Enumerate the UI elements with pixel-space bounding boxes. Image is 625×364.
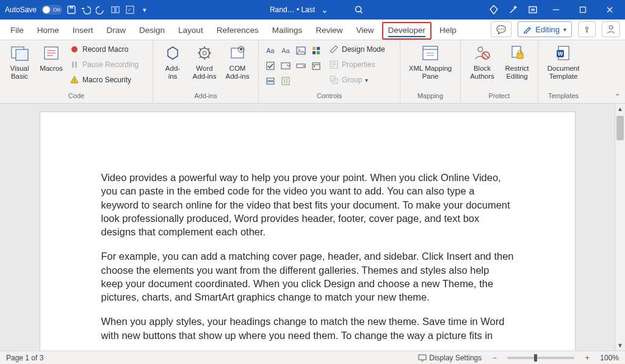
com-addins-button[interactable]: COM Add-ins <box>222 43 253 80</box>
paragraph[interactable]: For example, you can add a matching cove… <box>101 249 514 304</box>
svg-point-24 <box>298 49 300 51</box>
record-icon <box>70 45 79 54</box>
tab-file[interactable]: File <box>5 22 29 40</box>
svg-rect-27 <box>312 51 316 54</box>
tab-mailings[interactable]: Mailings <box>267 22 308 40</box>
autosave-toggle[interactable]: On <box>42 5 62 15</box>
picture-control-icon[interactable] <box>294 44 308 57</box>
zoom-slider[interactable] <box>507 357 574 359</box>
editing-label: Editing <box>535 25 560 34</box>
date-picker-control-icon[interactable] <box>309 59 323 73</box>
minimize-button[interactable] <box>543 0 569 20</box>
design-mode-button[interactable]: Design Mode <box>328 43 395 56</box>
visual-basic-button[interactable]: Visual Basic <box>5 43 34 80</box>
display-settings-button[interactable]: Display Settings <box>418 354 482 362</box>
comments-button[interactable]: 💬 <box>491 21 511 37</box>
svg-point-41 <box>478 47 483 52</box>
paragraph[interactable]: When you apply styles, your headings cha… <box>101 315 514 342</box>
group-label-code: Code <box>5 92 148 103</box>
wand-icon[interactable] <box>504 0 522 20</box>
account-button[interactable] <box>602 21 620 37</box>
tab-layout[interactable]: Layout <box>173 22 209 40</box>
document-area: Video provides a powerful way to help yo… <box>0 104 625 351</box>
diamond-icon[interactable] <box>485 0 503 20</box>
group-label-controls: Controls <box>264 92 395 103</box>
share-button[interactable]: ⇧ <box>578 21 596 37</box>
tab-view[interactable]: View <box>350 22 379 40</box>
block-authors-button[interactable]: Block Authors <box>466 43 499 80</box>
record-macro-button[interactable]: Record Macro <box>68 43 148 56</box>
scroll-down-icon[interactable]: ▼ <box>615 340 625 351</box>
svg-point-5 <box>356 7 361 12</box>
document-template-button[interactable]: W Document Template <box>543 43 583 80</box>
restrict-editing-button[interactable]: Restrict Editing <box>501 43 533 80</box>
tab-developer[interactable]: Developer <box>382 22 432 40</box>
group-label-addins: Add-ins <box>158 92 253 103</box>
properties-icon <box>329 60 339 70</box>
group-templates: W Document Template Templates <box>538 40 588 103</box>
tab-design[interactable]: Design <box>134 22 170 40</box>
svg-rect-3 <box>116 7 119 13</box>
word-addins-button[interactable]: Word Add-ins <box>190 43 219 80</box>
zoom-out-button[interactable]: − <box>490 354 499 362</box>
gear-icon <box>190 43 219 63</box>
close-button[interactable] <box>597 0 623 20</box>
addins-button[interactable]: Add- ins <box>158 43 187 80</box>
vertical-scrollbar[interactable]: ▲ ▼ <box>615 104 625 351</box>
qat-icon-2[interactable] <box>125 4 135 15</box>
combobox-control-icon[interactable] <box>279 59 292 73</box>
xml-mapping-pane-button[interactable]: XML Mapping Pane <box>405 43 455 80</box>
group-mapping: XML Mapping Pane Mapping <box>400 40 461 103</box>
properties-button: Properties <box>328 58 395 71</box>
svg-rect-35 <box>267 82 274 84</box>
scroll-up-icon[interactable]: ▲ <box>615 104 625 114</box>
svg-rect-29 <box>267 62 274 70</box>
rich-text-control-icon[interactable]: Aa <box>264 44 277 57</box>
tab-home[interactable]: Home <box>32 22 65 40</box>
redo-icon[interactable] <box>95 4 106 15</box>
svg-rect-31 <box>297 64 305 68</box>
maximize-button[interactable] <box>570 0 596 20</box>
collapse-ribbon-icon[interactable]: ⌃ <box>615 93 620 101</box>
qat-icon-1[interactable] <box>110 4 121 15</box>
qat-overflow-icon[interactable]: ▾ <box>139 4 150 15</box>
page-info[interactable]: Page 1 of 3 <box>6 354 43 362</box>
monitor-icon <box>418 354 427 362</box>
macro-security-button[interactable]: Macro Security <box>68 73 148 87</box>
group-label-templates: Templates <box>543 92 583 103</box>
plain-text-control-icon[interactable]: Aa <box>279 44 292 57</box>
group-controls-button: Group ▾ <box>328 73 395 87</box>
checkbox-control-icon[interactable] <box>264 59 277 73</box>
building-block-control-icon[interactable] <box>309 44 323 57</box>
paragraph[interactable]: Video provides a powerful way to help yo… <box>101 171 514 238</box>
legacy-tools-icon[interactable] <box>279 74 292 88</box>
tab-draw[interactable]: Draw <box>101 22 132 40</box>
warning-icon <box>70 75 79 85</box>
tab-insert[interactable]: Insert <box>67 22 99 40</box>
zoom-slider-knob[interactable] <box>534 354 537 362</box>
title-search-icon[interactable] <box>353 4 365 16</box>
zoom-in-button[interactable]: + <box>583 354 591 362</box>
addins-icon <box>158 43 187 63</box>
title-chevron-icon[interactable]: ⌄ <box>321 5 328 15</box>
app-mode-icon[interactable] <box>524 0 542 20</box>
save-icon[interactable] <box>66 4 77 15</box>
scroll-thumb[interactable] <box>616 116 624 140</box>
svg-point-22 <box>240 48 242 51</box>
macros-button[interactable]: Macros <box>37 43 66 73</box>
group-protect: Block Authors Restrict Editing Protect <box>461 40 538 103</box>
svg-rect-28 <box>317 51 320 54</box>
document-title: Rand… • Last <box>270 5 315 14</box>
tab-help[interactable]: Help <box>434 22 462 40</box>
svg-rect-17 <box>74 82 74 82</box>
repeating-section-icon[interactable] <box>264 74 277 88</box>
tab-references[interactable]: References <box>211 22 264 40</box>
svg-rect-25 <box>312 47 316 50</box>
dropdown-control-icon[interactable] <box>294 59 308 73</box>
undo-icon[interactable] <box>81 4 92 15</box>
editing-mode-button[interactable]: Editing ▾ <box>518 21 572 37</box>
page-canvas[interactable]: Video provides a powerful way to help yo… <box>40 112 575 351</box>
zoom-percent[interactable]: 100% <box>600 354 619 362</box>
tab-review[interactable]: Review <box>310 22 348 40</box>
chevron-down-icon: ▾ <box>365 77 368 84</box>
